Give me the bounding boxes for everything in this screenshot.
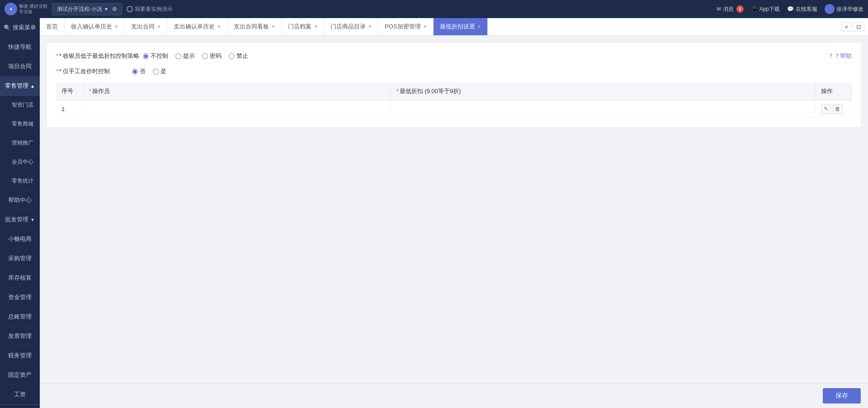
- sidebar: 🔍 搜索菜单 快捷导航 项目合同 零售管理 ▲ 智营门店 零售商城 营销推广 会…: [0, 18, 40, 408]
- project-selector[interactable]: 测试分开流程-小况 ▾ ⚙: [52, 3, 122, 15]
- tab-close-all-btn[interactable]: ×: [841, 22, 851, 32]
- user-avatar: [825, 4, 835, 14]
- sidebar-item-member-center[interactable]: 会员中心: [0, 153, 40, 172]
- top-bar: ✦ 畅捷·通好业财 专业版 测试分开流程-小况 ▾ ⚙ 我要看实例演示 ✉ 消息…: [0, 0, 868, 18]
- cell-actions: ✎ 🗑: [816, 100, 852, 118]
- sidebar-item-help-center[interactable]: 帮助中心: [0, 191, 40, 210]
- tab-close-store-archive[interactable]: ×: [314, 24, 317, 29]
- edit-row-btn[interactable]: ✎: [821, 104, 831, 114]
- question-icon: ？: [828, 52, 834, 60]
- save-button[interactable]: 保存: [823, 388, 861, 403]
- tab-pay-contract[interactable]: 支出合同 ×: [125, 18, 167, 35]
- settings-icon[interactable]: ⚙: [112, 6, 117, 12]
- tab-close-pay-confirm-history[interactable]: ×: [217, 24, 221, 29]
- message-btn[interactable]: ✉ 消息 9: [717, 5, 744, 13]
- message-icon: ✉: [717, 6, 721, 12]
- sidebar-item-batch-mgmt[interactable]: 批发管理 ▼: [0, 210, 40, 230]
- col-header-actions: 操作: [816, 83, 852, 100]
- sidebar-item-retail-stats[interactable]: 零售统计: [0, 172, 40, 191]
- policy-option-no-control[interactable]: 不控制: [143, 52, 168, 60]
- policy-option-tip[interactable]: 提示: [175, 52, 195, 60]
- policy-row: * * 收银员低于最低折扣控制策略 不控制 提示: [56, 52, 852, 60]
- help-link[interactable]: ？ ？帮助: [828, 52, 852, 60]
- tab-store-product-catalog[interactable]: 门店商品目录 ×: [324, 18, 378, 35]
- demo-link[interactable]: 我要看实例演示: [127, 5, 173, 13]
- tab-store-archive[interactable]: 门店档案 ×: [282, 18, 324, 35]
- sidebar-item-fund-mgmt[interactable]: 资金管理: [0, 288, 40, 307]
- tab-home[interactable]: 首页: [40, 18, 65, 35]
- manual-radio-group: 否 是: [132, 67, 166, 75]
- sidebar-item-fixed-assets[interactable]: 固定资产: [0, 366, 40, 385]
- dropdown-icon: ▾: [105, 6, 108, 12]
- sidebar-item-quicknav[interactable]: 快捷导航: [0, 38, 40, 57]
- sidebar-item-ledger-mgmt[interactable]: 总账管理: [0, 307, 40, 327]
- logo-text: 畅捷·通好业财 专业版: [19, 4, 47, 14]
- arrow-down-icon: ▼: [30, 217, 35, 222]
- row-action-btns: ✎ 🗑: [821, 104, 846, 114]
- arrow-up-icon: ▲: [30, 84, 35, 89]
- sidebar-item-retail-mall[interactable]: 零售商城: [0, 115, 40, 134]
- sidebar-item-invoice-mgmt[interactable]: 发票管理: [0, 327, 40, 346]
- discount-table-wrap: 序号 *操作员 *最低折扣 (9.00等于9折) 操作: [56, 83, 852, 118]
- col-header-min-discount: *最低折扣 (9.00等于9折): [391, 83, 816, 100]
- sidebar-settings-btn[interactable]: ⚙: [0, 404, 40, 408]
- sidebar-item-ecommerce[interactable]: 小畅电商: [0, 230, 40, 249]
- sidebar-item-inventory[interactable]: 库存核算: [0, 268, 40, 288]
- message-badge: 9: [736, 5, 744, 13]
- col-header-seq: 序号: [56, 83, 83, 100]
- manual-option-no[interactable]: 否: [132, 67, 146, 75]
- sidebar-item-retail-mgmt[interactable]: 零售管理 ▲: [0, 76, 40, 96]
- tab-income-history[interactable]: 收入确认单历史 ×: [65, 18, 125, 35]
- sidebar-item-marketing[interactable]: 营销推广: [0, 134, 40, 153]
- cell-seq: 1: [56, 100, 83, 118]
- tab-pos-lock[interactable]: POS加密管理 ×: [378, 18, 433, 35]
- tab-pay-confirm-history[interactable]: 支出确认单历史 ×: [167, 18, 227, 35]
- search-icon: 🔍: [4, 24, 11, 31]
- discount-table: 序号 *操作员 *最低折扣 (9.00等于9折) 操作: [56, 83, 852, 118]
- manual-control-row: * * 仅手工改价时控制 否 是: [56, 67, 852, 75]
- service-icon: 💬: [787, 6, 794, 12]
- col-header-operator: *操作员: [83, 83, 391, 100]
- tab-close-income-history[interactable]: ×: [115, 24, 118, 29]
- policy-option-forbid[interactable]: 禁止: [229, 52, 248, 60]
- manual-option-yes[interactable]: 是: [153, 67, 166, 75]
- logo-icon: ✦: [5, 3, 17, 15]
- tab-close-pos-lock[interactable]: ×: [424, 24, 427, 29]
- user-menu-btn[interactable]: 徐泽华修改: [825, 4, 863, 14]
- tab-close-store-product-catalog[interactable]: ×: [368, 24, 372, 29]
- delete-row-btn[interactable]: 🗑: [833, 104, 843, 114]
- app-icon: 📱: [751, 6, 758, 12]
- sidebar-item-search[interactable]: 🔍 搜索菜单: [0, 18, 40, 38]
- tab-close-pay-contract-board[interactable]: ×: [272, 24, 275, 29]
- manual-label: * * 仅手工改价时控制: [56, 67, 128, 75]
- tab-pay-contract-board[interactable]: 支出合同看板 ×: [227, 18, 282, 35]
- tab-close-min-discount[interactable]: ×: [478, 24, 481, 29]
- online-service-btn[interactable]: 💬 在线客服: [787, 5, 817, 13]
- table-row: 1 ✎ 🗑: [56, 100, 852, 118]
- policy-label: * * 收银员低于最低折扣控制策略: [56, 52, 139, 60]
- policy-radio-group: 不控制 提示 密码 禁止: [143, 52, 248, 60]
- cell-min-discount: [391, 100, 816, 118]
- tab-close-pay-contract[interactable]: ×: [157, 24, 160, 29]
- top-bar-right: ✉ 消息 9 📱 App下载 💬 在线客服 徐泽华修改: [717, 4, 863, 14]
- sidebar-item-salary[interactable]: 工资: [0, 385, 40, 404]
- tab-expand-btn[interactable]: ⊡: [853, 22, 864, 32]
- app-download-btn[interactable]: 📱 App下载: [751, 5, 780, 13]
- policy-option-password[interactable]: 密码: [202, 52, 222, 60]
- sidebar-item-smart-store[interactable]: 智营门店: [0, 96, 40, 115]
- sidebar-item-project-contract[interactable]: 项目合同: [0, 57, 40, 76]
- content-area: 首页 收入确认单历史 × 支出合同 × 支出确认单历史 × 支出合同看板 × 门…: [40, 18, 868, 408]
- bottom-bar: 保存: [40, 383, 868, 408]
- sidebar-item-purchase-mgmt[interactable]: 采购管理: [0, 249, 40, 268]
- cell-operator: [83, 100, 391, 118]
- demo-circle-icon: [127, 6, 133, 12]
- settings-form-card: * * 收银员低于最低折扣控制策略 不控制 提示: [47, 43, 861, 127]
- page-content: * * 收银员低于最低折扣控制策略 不控制 提示: [40, 36, 868, 383]
- tab-min-discount[interactable]: 最低折扣设置 ×: [434, 18, 488, 35]
- main-layout: 🔍 搜索菜单 快捷导航 项目合同 零售管理 ▲ 智营门店 零售商城 营销推广 会…: [0, 18, 868, 408]
- tab-bar-actions: × ⊡: [838, 22, 868, 32]
- sidebar-item-tax-mgmt[interactable]: 税务管理: [0, 346, 40, 366]
- logo: ✦ 畅捷·通好业财 专业版: [5, 3, 47, 15]
- tab-bar: 首页 收入确认单历史 × 支出合同 × 支出确认单历史 × 支出合同看板 × 门…: [40, 18, 868, 36]
